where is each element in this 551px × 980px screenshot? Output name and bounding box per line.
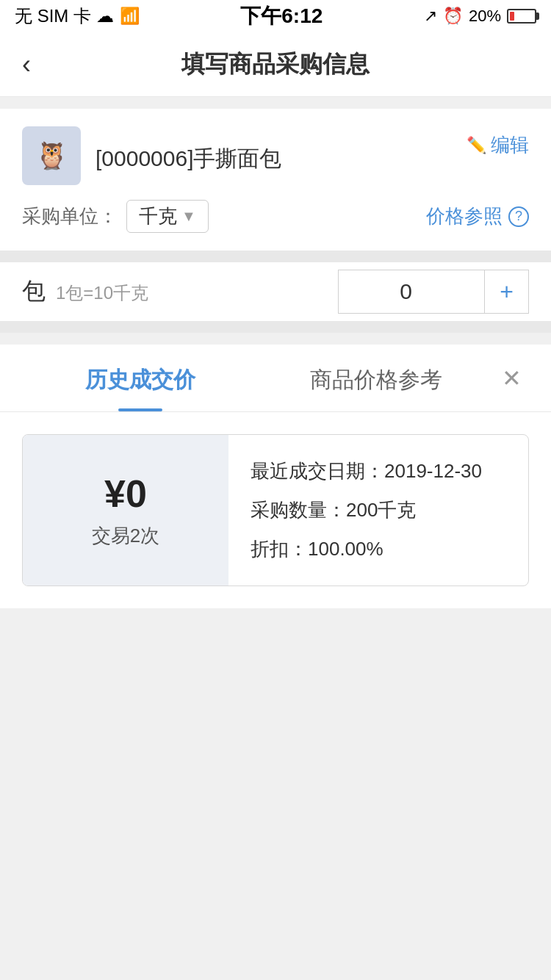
recent-date-row: 最近成交日期：2019-12-30: [251, 457, 506, 486]
purchase-qty-value: 200千克: [346, 499, 416, 521]
tab-history-price-label: 历史成交价: [85, 367, 195, 392]
history-price-value: ¥0: [104, 472, 147, 516]
history-price-card: ¥0 交易2次 最近成交日期：2019-12-30 采购数量：200千克 折扣：…: [22, 434, 529, 586]
no-sim-text: 无 SIM 卡 ☁: [15, 4, 114, 28]
discount-value: 100.00%: [308, 538, 383, 560]
location-icon: ↗: [424, 7, 437, 26]
product-card: 🦉 [0000006]手撕面包 ✏️ 编辑 采购单位： 千克 ▼ 价格参照 ?: [0, 109, 551, 251]
price-ref-label: 价格参照: [426, 203, 503, 229]
tab-underline: [118, 408, 162, 411]
tab-product-price-ref[interactable]: 商品价格参考: [259, 345, 495, 411]
status-left: 无 SIM 卡 ☁ 📶: [15, 4, 140, 28]
status-time: 下午6:12: [240, 2, 323, 30]
alarm-icon: ⏰: [443, 7, 463, 26]
discount-row: 折扣：100.00%: [251, 535, 506, 563]
product-logo-icon: 🦉: [35, 140, 68, 171]
history-trade-times: 交易2次: [92, 523, 159, 549]
battery-icon: [507, 9, 536, 24]
tab-history-price[interactable]: 历史成交价: [22, 345, 259, 411]
price-reference-button[interactable]: 价格参照 ?: [426, 203, 529, 229]
edit-icon: ✏️: [467, 136, 486, 155]
edit-button[interactable]: ✏️ 编辑: [467, 126, 529, 158]
unit-selector[interactable]: 千克 ▼: [126, 200, 209, 233]
nav-bar: ‹ 填写商品采购信息: [0, 32, 551, 97]
quantity-unit: 包: [22, 275, 46, 308]
tabs-container: 历史成交价 商品价格参考 ✕: [0, 345, 551, 412]
discount-label: 折扣：: [251, 538, 308, 560]
quantity-input[interactable]: [338, 270, 485, 314]
quantity-plus-button[interactable]: +: [485, 270, 529, 314]
page-title: 填写商品采购信息: [181, 48, 370, 81]
product-header: 🦉 [0000006]手撕面包 ✏️ 编辑: [22, 126, 529, 185]
history-price-content: ¥0 交易2次 最近成交日期：2019-12-30 采购数量：200千克 折扣：…: [0, 412, 551, 608]
purchase-qty-row: 采购数量：200千克: [251, 496, 506, 525]
back-button[interactable]: ‹: [22, 42, 38, 87]
product-name: [0000006]手撕面包: [96, 138, 281, 174]
unit-row: 采购单位： 千克 ▼: [22, 200, 209, 233]
wifi-icon: 📶: [120, 7, 140, 26]
product-thumbnail: 🦉: [22, 126, 81, 185]
status-right: ↗ ⏰ 20%: [424, 7, 536, 26]
unit-label: 采购单位：: [22, 203, 118, 229]
help-icon: ?: [508, 206, 529, 227]
purchase-qty-label: 采购数量：: [251, 499, 346, 521]
history-price-right: 最近成交日期：2019-12-30 采购数量：200千克 折扣：100.00%: [228, 435, 528, 586]
quantity-label-group: 包 1包=10千克: [22, 275, 148, 308]
dropdown-arrow-icon: ▼: [181, 208, 196, 225]
tabs-header: 历史成交价 商品价格参考 ✕: [0, 345, 551, 411]
product-left: 🦉 [0000006]手撕面包: [22, 126, 281, 185]
edit-label: 编辑: [491, 132, 529, 158]
divider: [0, 251, 551, 262]
quantity-row: 包 1包=10千克 +: [0, 262, 551, 321]
tab-product-price-ref-label: 商品价格参考: [310, 367, 442, 392]
unit-value: 千克: [139, 203, 177, 229]
tab-close-button[interactable]: ✕: [494, 357, 529, 400]
divider-2: [0, 321, 551, 333]
battery-percent: 20%: [469, 7, 501, 26]
quantity-sub-unit: 1包=10千克: [56, 281, 148, 305]
history-price-left: ¥0 交易2次: [23, 435, 228, 586]
status-bar: 无 SIM 卡 ☁ 📶 下午6:12 ↗ ⏰ 20%: [0, 0, 551, 32]
quantity-input-group: +: [338, 270, 529, 314]
empty-area: [0, 608, 551, 980]
recent-date-label: 最近成交日期：: [251, 460, 384, 482]
product-meta: 采购单位： 千克 ▼ 价格参照 ?: [22, 200, 529, 233]
recent-date-value: 2019-12-30: [384, 460, 482, 482]
